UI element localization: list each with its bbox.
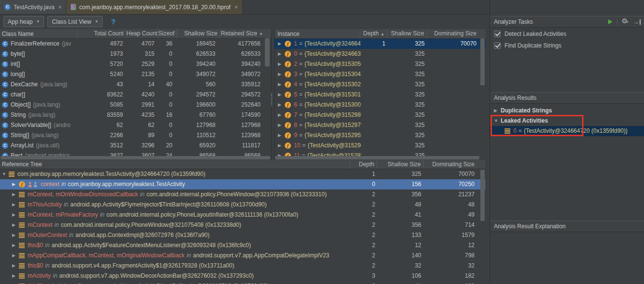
reference-tree-row[interactable]: ▶fcontextincom.jeanboy.app.memoryleaktes… — [0, 179, 485, 189]
run-analyzer-play-icon[interactable] — [608, 19, 613, 24]
reference-tree-row[interactable]: ▶mOuterContextinandroid.app.ContextImpl@… — [0, 230, 485, 240]
chevron-right-icon[interactable]: ▶ — [12, 281, 19, 284]
reference-tree-vscrollbar[interactable] — [480, 170, 485, 221]
reference-tree-row[interactable]: ▶this$0, mActivity, mContextinandroid.ap… — [0, 281, 485, 284]
chevron-right-icon[interactable]: ▶ — [494, 106, 501, 116]
instance-table-header: Instance Depth▲ Shallow Size Dominating … — [275, 29, 486, 39]
col-class-name[interactable]: Class Name — [0, 29, 77, 38]
chevron-down-icon[interactable]: ▼ — [2, 169, 9, 179]
reference-tree-row[interactable]: ▼com.jeanboy.app.memoryleaktest.TestActi… — [0, 169, 485, 179]
class-shallow-value: 294572 — [175, 90, 218, 100]
chevron-right-icon[interactable]: ▶ — [278, 49, 285, 59]
col-sizeof[interactable]: Sizeof — [158, 29, 176, 38]
class-list-hscrollbar[interactable] — [0, 156, 270, 159]
chevron-right-icon[interactable]: ▶ — [12, 220, 19, 230]
chevron-right-icon[interactable]: ▶ — [12, 261, 19, 271]
class-row[interactable]: Cchar[]8362242400294572294572 — [0, 90, 271, 100]
instance-list-hscrollbar[interactable] — [275, 156, 479, 159]
tab-hprof[interactable]: com.jeanboy.app.memoryleaktest_2017.09.1… — [66, 0, 243, 14]
instance-row[interactable]: ▶f2={TestActivity@3153056325 — [275, 59, 486, 69]
class-row[interactable]: Cint[]572025290394240394240 — [0, 59, 271, 69]
class-row[interactable]: CString(java.lang)8355942351667760174590 — [0, 110, 271, 120]
depth-value — [361, 120, 388, 130]
col-shallow-size[interactable]: Shallow Size — [176, 29, 220, 38]
heap-selector-dropdown[interactable]: App heap ▼ — [3, 16, 44, 27]
reference-tree-row[interactable]: ▶this$0inandroid.support.v4.app.Fragment… — [0, 261, 485, 271]
chevron-right-icon[interactable]: ▶ — [278, 120, 285, 130]
chevron-right-icon[interactable]: ▶ — [12, 210, 19, 220]
hide-panel-icon[interactable]: → — [633, 16, 641, 28]
col-depth[interactable]: Depth — [350, 160, 377, 169]
col-shallow-size[interactable]: Shallow Size — [377, 160, 423, 169]
reference-tree-row[interactable]: ▶mContextincom.android.internal.policy.P… — [0, 220, 485, 230]
group-duplicated-strings[interactable]: ▶ Duplicated Strings — [490, 106, 644, 116]
class-row[interactable]: Clong[]524021350349072349072 — [0, 69, 271, 79]
col-dominating-size[interactable]: Dominating Size — [423, 160, 477, 169]
reference-tree-row[interactable]: ▶mContext, mOnWindowDismissedCallbackinc… — [0, 189, 485, 200]
class-row[interactable]: CString[](java.lang)2266890110512123968 — [0, 130, 271, 141]
class-retained-value: 127968 — [218, 120, 263, 130]
col-depth[interactable]: Depth▲ — [360, 29, 387, 38]
col-total-count[interactable]: Total Count — [77, 29, 126, 38]
col-instance[interactable]: Instance — [275, 29, 360, 38]
col-shallow-size[interactable]: Shallow Size — [387, 29, 427, 38]
instance-row[interactable]: ▶f0={TestActivity@3246633325 — [275, 49, 486, 59]
gear-menu-icon[interactable]: ⚙▼ — [622, 16, 629, 28]
instance-row[interactable]: ▶f9={TestActivity@3152955325 — [275, 130, 486, 141]
equals-sign: = — [299, 100, 303, 110]
chevron-right-icon[interactable]: ▶ — [278, 79, 285, 90]
instance-row[interactable]: ▶f5={TestActivity@3153016325 — [275, 90, 486, 100]
reference-tree-row[interactable]: ▶mContext, mPrivateFactoryincom.android.… — [0, 210, 485, 220]
checkbox-checked-icon[interactable] — [494, 31, 501, 37]
instance-row[interactable]: ▶f1={TestActivity@3246647132570070 — [275, 39, 486, 49]
reference-tree-row[interactable]: ▶mThisActivityinandroid.app.Activity$Fly… — [0, 200, 485, 210]
chevron-right-icon[interactable]: ▶ — [278, 90, 285, 100]
instance-row[interactable]: ▶f8={TestActivity@3152979325 — [275, 120, 486, 130]
chevron-right-icon[interactable]: ▶ — [12, 179, 19, 189]
chevron-right-icon[interactable]: ▶ — [12, 189, 19, 200]
close-icon[interactable]: × — [58, 4, 61, 11]
class-total-value: 5720 — [77, 59, 125, 69]
help-icon[interactable]: ? — [111, 17, 115, 26]
instance-row[interactable]: ▶f10={TestActivity@315294325 — [275, 141, 486, 151]
chevron-right-icon[interactable]: ▶ — [278, 100, 285, 110]
instance-row[interactable]: ▶f3={TestActivity@3153043325 — [275, 69, 486, 79]
chevron-right-icon[interactable]: ▶ — [12, 240, 19, 251]
reference-tree-row[interactable]: ▶this$0inandroid.app.Activity$FeatureCon… — [0, 240, 485, 251]
instance-row[interactable]: ▶f6={TestActivity@3153002325 — [275, 100, 486, 110]
task-find-duplicate-strings[interactable]: Find Duplicate Strings — [494, 41, 561, 50]
class-row[interactable]: CObject[](java.lang)50852991019660025264… — [0, 100, 271, 110]
task-detect-leaked-activities[interactable]: Detect Leaked Activities — [494, 29, 566, 39]
instance-row[interactable]: ▶f4={TestActivity@3153029325 — [275, 79, 486, 90]
chevron-right-icon[interactable]: ▶ — [278, 69, 285, 79]
tab-testactivity[interactable]: C TestActivity.java × — [0, 0, 66, 14]
col-heap-count[interactable]: Heap Count — [126, 29, 158, 38]
chevron-right-icon[interactable]: ▶ — [278, 59, 285, 69]
chevron-right-icon[interactable]: ▶ — [12, 200, 19, 210]
chevron-right-icon[interactable]: ▶ — [278, 110, 285, 120]
col-dominating-size[interactable]: Dominating Size — [427, 29, 479, 38]
class-row[interactable]: CDexCache(java.lang)431440560335912 — [0, 79, 271, 90]
class-row[interactable]: Cbyte[]19733150626533626533 — [0, 49, 271, 59]
class-list-vscrollbar[interactable] — [265, 38, 270, 66]
reference-tree-row[interactable]: ▶mActivityinandroid.support.v7.app.Windo… — [0, 271, 485, 281]
instance-list-vscrollbar[interactable] — [480, 38, 485, 85]
close-icon[interactable]: × — [234, 4, 238, 11]
target-class: com.jeanboy.app.memoryleaktest.TestActiv… — [68, 179, 185, 189]
chevron-right-icon[interactable]: ▶ — [278, 130, 285, 141]
chevron-right-icon[interactable]: ▶ — [278, 39, 285, 49]
reference-tree-row[interactable]: ▶mAppCompatCallback, mContext, mOriginal… — [0, 251, 485, 261]
checkbox-checked-icon[interactable] — [494, 42, 501, 49]
class-row[interactable]: CArrayList(java.util)3512329620659201118… — [0, 141, 271, 151]
chevron-right-icon[interactable]: ▶ — [278, 141, 285, 151]
class-row[interactable]: CSolverVariable[](andro62620127968127968 — [0, 120, 271, 130]
dominating-size-value: 70250 — [424, 179, 477, 189]
panel-splitter-handle[interactable] — [271, 93, 272, 106]
instance-row[interactable]: ▶f7={TestActivity@3152989325 — [275, 110, 486, 120]
col-retained-size[interactable]: Retained Size▼ — [220, 29, 265, 38]
view-selector-dropdown[interactable]: Class List View ▼ — [47, 16, 103, 27]
chevron-right-icon[interactable]: ▶ — [12, 271, 19, 281]
chevron-right-icon[interactable]: ▶ — [12, 230, 19, 240]
class-row[interactable]: CFinalizerReference(jav49724707361694524… — [0, 39, 271, 49]
chevron-right-icon[interactable]: ▶ — [12, 251, 19, 261]
